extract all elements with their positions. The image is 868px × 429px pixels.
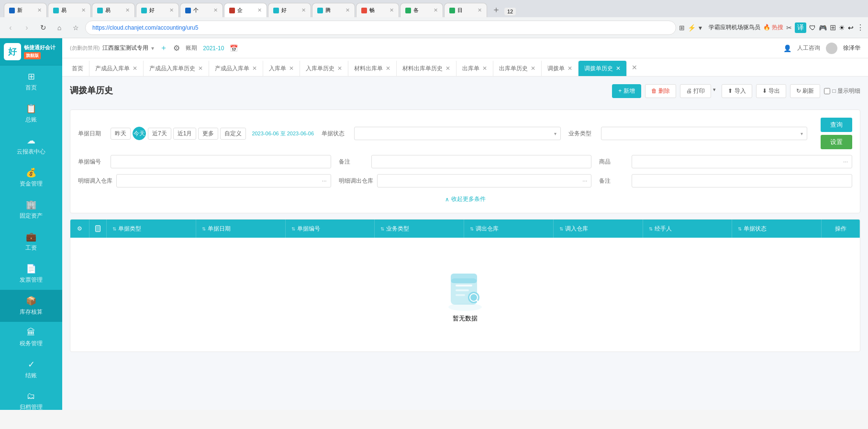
tab-close-8[interactable]: ✕ — [345, 7, 350, 13]
tab-transfer[interactable]: 调拨单 ✕ — [542, 61, 579, 76]
nav-extensions[interactable]: ⊞ — [679, 24, 685, 32]
tab-close-5[interactable]: ✕ — [213, 7, 218, 13]
browser-tab-3[interactable]: 易 ✕ — [92, 3, 135, 17]
nav-history-icon[interactable]: ↩ — [848, 24, 854, 32]
th-doc-status[interactable]: ⇅ 单据状态 — [732, 220, 822, 238]
tab-close-product-inbound[interactable]: ✕ — [133, 65, 137, 72]
nav-scissors-icon[interactable]: ✂ — [786, 24, 792, 32]
tab-close-all-button[interactable]: ✕ — [629, 64, 640, 71]
tab-close-10[interactable]: ✕ — [434, 7, 438, 13]
print-button[interactable]: 🖨 打印 — [680, 84, 711, 98]
browser-tab-4[interactable]: 好 ✕ — [136, 3, 179, 17]
new-tab-button[interactable]: ＋ — [488, 4, 504, 15]
date-btn-more[interactable]: 更多 — [198, 128, 218, 140]
browser-tab-9[interactable]: 畅 ✕ — [356, 3, 399, 17]
add-company-button[interactable]: ＋ — [160, 43, 167, 53]
import-button[interactable]: ⬆ 导入 — [722, 84, 752, 98]
th-doc-no[interactable]: ⇅ 单据编号 — [286, 220, 375, 238]
sidebar-item-home[interactable]: ⊞ 首页 — [0, 66, 62, 98]
date-btn-yesterday[interactable]: 昨天 — [111, 128, 131, 140]
tab-close-material-outbound[interactable]: ✕ — [386, 65, 390, 72]
browser-tab-10[interactable]: 各 ✕ — [400, 3, 443, 17]
th-doc-type[interactable]: ⇅ 单据类型 — [107, 220, 196, 238]
biz-type-filter-select[interactable]: ▾ — [601, 127, 807, 140]
collapse-button[interactable]: ∧ 收起更多条件 — [443, 193, 488, 205]
show-detail-toggle[interactable]: □ 显示明细 — [824, 87, 860, 95]
date-btn-custom[interactable]: 自定义 — [220, 128, 246, 140]
tab-close-product-inbound-history[interactable]: ✕ — [198, 65, 203, 72]
company-selector[interactable]: (勿删勿禁用) 江西服宝测试专用 ▾ — [70, 44, 154, 52]
sidebar-item-fund[interactable]: 💰 资金管理 — [0, 162, 62, 194]
browser-tab-11[interactable]: 目 ✕ — [444, 3, 487, 17]
tab-close-transfer-history[interactable]: ✕ — [616, 65, 621, 72]
th-biz-type[interactable]: ⇅ 业务类型 — [375, 220, 464, 238]
tab-inbound[interactable]: 入库单 ✕ — [263, 61, 300, 76]
sidebar-item-ledger[interactable]: 📋 总账 — [0, 98, 62, 130]
calendar-icon[interactable]: 📅 — [230, 44, 238, 52]
sidebar-item-close[interactable]: ✓ 结账 — [0, 353, 62, 385]
tab-product-inbound[interactable]: 产成品入库单 ✕ — [89, 61, 144, 76]
sidebar-item-invoice[interactable]: 📄 发票管理 — [0, 258, 62, 290]
sidebar-item-salary[interactable]: 💼 工资 — [0, 226, 62, 258]
support-label[interactable]: 人工咨询 — [797, 44, 820, 52]
setting-button[interactable]: 设置 — [821, 135, 852, 149]
nav-reload-button[interactable]: ↻ — [36, 21, 50, 34]
date-btn-1month[interactable]: 近1月 — [173, 128, 197, 140]
docno-filter-input[interactable] — [111, 155, 331, 168]
export-button[interactable]: ⬇ 导出 — [756, 84, 786, 98]
browser-tab-6[interactable]: 企 ✕ — [224, 3, 267, 17]
remark-filter-input[interactable] — [371, 155, 592, 168]
sidebar-item-fixed-assets[interactable]: 🏢 固定资产 — [0, 194, 62, 226]
goods-filter-select[interactable]: ··· — [632, 155, 852, 168]
tab-close-transfer[interactable]: ✕ — [568, 65, 572, 72]
user-name[interactable]: 徐泽华 — [843, 44, 860, 52]
tab-close-product-inbound2[interactable]: ✕ — [252, 65, 257, 72]
query-button[interactable]: 查询 — [821, 118, 852, 132]
th-doc-date[interactable]: ⇅ 单据日期 — [196, 220, 286, 238]
nav-back-button[interactable]: ‹ — [4, 21, 17, 34]
th-gear[interactable]: ⚙ — [70, 220, 89, 238]
nav-game-icon[interactable]: 🎮 — [819, 24, 827, 32]
sidebar-item-cloud-report[interactable]: ☁ 云报表中心 — [0, 130, 62, 162]
tab-outbound[interactable]: 出库单 ✕ — [456, 61, 493, 76]
tab-home[interactable]: 首页 — [66, 61, 89, 76]
nav-translate-icon[interactable]: 译 — [795, 22, 806, 33]
nav-shield-icon[interactable]: 🛡 — [809, 24, 816, 32]
browser-tab-5[interactable]: 个 ✕ — [180, 3, 223, 17]
refresh-button[interactable]: ↻ 刷新 — [790, 84, 820, 98]
nav-grid-icon[interactable]: ⊞ — [830, 23, 836, 32]
header-checkbox[interactable] — [95, 225, 100, 232]
tab-close-6[interactable]: ✕ — [257, 7, 262, 13]
tab-close-inbound-history[interactable]: ✕ — [337, 65, 342, 72]
tab-close-7[interactable]: ✕ — [301, 7, 306, 13]
new-button[interactable]: + 新增 — [612, 84, 641, 98]
tab-close-outbound[interactable]: ✕ — [482, 65, 487, 72]
tab-close-material-outbound-history[interactable]: ✕ — [445, 65, 450, 72]
out-warehouse-filter-select[interactable]: ··· — [377, 174, 592, 187]
print-dropdown-icon[interactable]: ▾ — [711, 84, 718, 98]
sidebar-item-inventory[interactable]: 📦 库存核算 — [0, 290, 62, 322]
nav-more-icon[interactable]: ⋮ — [857, 23, 864, 32]
th-in-warehouse[interactable]: ⇅ 调入仓库 — [554, 220, 643, 238]
browser-tab-8[interactable]: 腾 ✕ — [312, 3, 355, 17]
tab-close-inbound[interactable]: ✕ — [289, 65, 294, 72]
tab-close-3[interactable]: ✕ — [125, 7, 130, 13]
sidebar-item-archive[interactable]: 🗂 归档管理 — [0, 385, 62, 410]
tab-close-4[interactable]: ✕ — [169, 7, 174, 13]
nav-bookmark-button[interactable]: ☆ — [69, 21, 82, 34]
delete-button[interactable]: 🗑 删除 — [645, 84, 676, 98]
note-filter-input[interactable] — [632, 174, 852, 187]
th-handler[interactable]: ⇅ 经手人 — [643, 220, 733, 238]
nav-forward-button[interactable]: › — [20, 21, 33, 34]
company-dropdown-icon[interactable]: ▾ — [151, 45, 154, 52]
show-detail-checkbox[interactable] — [824, 88, 830, 94]
tab-close-2[interactable]: ✕ — [81, 7, 86, 13]
nav-home-button[interactable]: ⌂ — [53, 21, 66, 34]
browser-tab-2[interactable]: 易 ✕ — [48, 3, 91, 17]
status-filter-select[interactable]: ▾ — [354, 127, 560, 140]
address-bar[interactable] — [85, 21, 676, 35]
tab-close-9[interactable]: ✕ — [389, 7, 394, 13]
tab-transfer-history[interactable]: 调拨单历史 ✕ — [579, 61, 627, 76]
date-btn-today[interactable]: 今天 — [133, 127, 146, 140]
tab-material-outbound[interactable]: 材料出库单 ✕ — [348, 61, 397, 76]
